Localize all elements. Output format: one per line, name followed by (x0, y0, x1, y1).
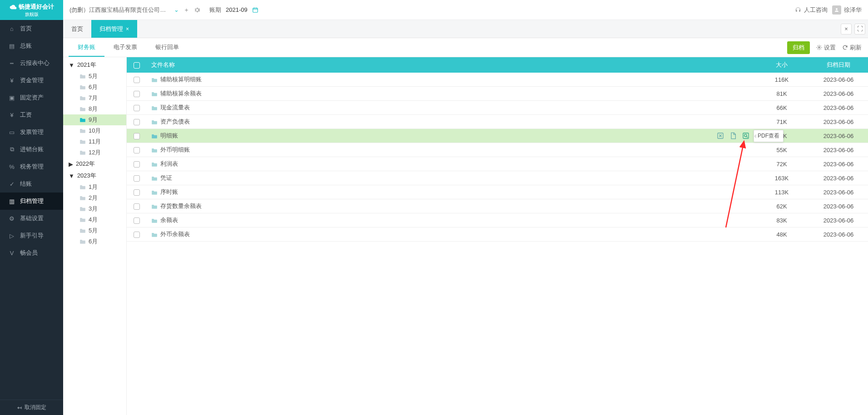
sidebar-unpin[interactable]: ↤ 取消固定 (0, 400, 63, 415)
select-all-checkbox[interactable] (134, 62, 140, 69)
tree-month[interactable]: 9月 (63, 114, 126, 125)
close-icon[interactable]: × (126, 26, 129, 32)
tree-month[interactable]: 3月 (63, 203, 126, 214)
file-date: 2023-06-06 (809, 129, 868, 143)
nav-item-7[interactable]: ⧉进销台账 (0, 141, 63, 158)
fullscreen-button[interactable]: ⛶ (854, 24, 865, 35)
refresh-link[interactable]: 刷新 (842, 44, 862, 52)
tree-month[interactable]: 6月 (63, 236, 126, 247)
nav-item-12[interactable]: ▷新手引导 (0, 227, 63, 244)
nav-item-10[interactable]: ▥归档管理 (0, 193, 63, 210)
close-all-button[interactable]: × (841, 24, 852, 35)
file-name: 余额表 (160, 217, 178, 223)
subtab-bank[interactable]: 银行回单 (146, 38, 188, 57)
table-row[interactable]: 辅助核算余额表81K2023-06-06 (127, 87, 868, 101)
nav-item-2[interactable]: ┅云报表中心 (0, 54, 63, 72)
table-row[interactable]: 资产负债表71K2023-06-06 (127, 115, 868, 129)
settings-link[interactable]: 设置 (816, 44, 836, 52)
nav-item-8[interactable]: %税务管理 (0, 158, 63, 175)
table-row[interactable]: 存货数量余额表62K2023-06-06 (127, 199, 868, 213)
user-menu[interactable]: 徐泽华 (832, 5, 862, 15)
subtab-finance[interactable]: 财务账 (69, 38, 104, 57)
tree-month-label: 4月 (89, 216, 98, 224)
tree-month[interactable]: 6月 (63, 82, 126, 93)
tree-year[interactable]: ▶2022年 (63, 158, 126, 170)
avatar-icon (832, 5, 841, 15)
pdf-view-icon[interactable] (742, 132, 750, 140)
nav-item-4[interactable]: ▣固定资产 (0, 89, 63, 106)
company-selector[interactable]: (勿删）江西服宝精品有限责任公司（... (69, 6, 169, 14)
table-row[interactable]: 利润表72K2023-06-06 (127, 157, 868, 171)
tree-month[interactable]: 8月 (63, 104, 126, 114)
chevron-down-icon[interactable]: ⌄ (174, 6, 179, 13)
nav-item-11[interactable]: ⚙基础设置 (0, 210, 63, 227)
row-checkbox[interactable] (134, 175, 140, 182)
folder-icon (151, 231, 158, 237)
svg-point-1 (818, 47, 820, 48)
pdf-download-icon[interactable] (729, 132, 737, 140)
nav-item-6[interactable]: ▭发票管理 (0, 124, 63, 141)
period-value[interactable]: 2021-09 (226, 6, 248, 13)
tree-month[interactable]: 1月 (63, 182, 126, 193)
tab-archive[interactable]: 归档管理 × (91, 20, 137, 38)
row-checkbox[interactable] (134, 161, 140, 168)
folder-icon (79, 139, 86, 144)
row-checkbox[interactable] (134, 77, 140, 83)
table-row[interactable]: 辅助核算明细账116K2023-06-06 (127, 73, 868, 87)
nav-item-1[interactable]: ▤总账 (0, 37, 63, 54)
row-checkbox[interactable] (134, 119, 140, 125)
archive-button-label: 归档 (793, 44, 804, 51)
nav-label: 首页 (20, 25, 32, 33)
row-checkbox[interactable] (134, 105, 140, 111)
tree-month[interactable]: 5月 (63, 225, 126, 236)
table-row[interactable]: 序时账113K2023-06-06 (127, 185, 868, 199)
calendar-icon[interactable] (252, 7, 258, 13)
folder-icon (151, 118, 158, 125)
tree-month-label: 10月 (89, 127, 101, 135)
table-row[interactable]: 外币余额表48K2023-06-06 (127, 227, 868, 242)
table-row[interactable]: 外币明细账55K2023-06-06 (127, 143, 868, 157)
archive-button[interactable]: 归档 (787, 41, 810, 54)
tree-month-label: 5月 (89, 72, 98, 80)
file-size: 62K (754, 199, 809, 213)
nav-icon: ▷ (8, 232, 15, 239)
nav-item-5[interactable]: ¥工资 (0, 106, 63, 124)
tree-month[interactable]: 12月 (63, 147, 126, 158)
support-link[interactable]: 人工咨询 (795, 6, 828, 14)
tree-year[interactable]: ▼2023年 (63, 170, 126, 182)
tab-home[interactable]: 首页 (63, 20, 91, 38)
row-checkbox[interactable] (134, 217, 140, 224)
nav-item-9[interactable]: ✓结账 (0, 175, 63, 193)
row-checkbox[interactable] (134, 189, 140, 196)
file-size: 113K (754, 185, 809, 199)
tree-month[interactable]: 5月 (63, 71, 126, 82)
tree-month[interactable]: 10月 (63, 125, 126, 136)
row-checkbox[interactable] (134, 203, 140, 210)
tree-year[interactable]: ▼2021年 (63, 59, 126, 71)
tree-month[interactable]: 11月 (63, 136, 126, 147)
excel-view-icon[interactable] (716, 132, 724, 140)
subtab-bank-label: 银行回单 (155, 43, 179, 51)
row-checkbox[interactable] (134, 232, 140, 238)
tree-month[interactable]: 2月 (63, 193, 126, 203)
row-checkbox[interactable] (134, 91, 140, 97)
folder-icon (151, 76, 158, 83)
tree-month[interactable]: 7月 (63, 93, 126, 104)
row-checkbox[interactable] (134, 133, 140, 139)
nav-item-3[interactable]: ¥资金管理 (0, 72, 63, 89)
nav-label: 新手引导 (20, 232, 44, 240)
file-date: 2023-06-06 (809, 199, 868, 213)
gear-icon[interactable] (194, 7, 200, 13)
row-checkbox[interactable] (134, 147, 140, 153)
folder-icon (79, 128, 86, 133)
table-row[interactable]: 余额表83K2023-06-06 (127, 213, 868, 227)
add-icon[interactable]: ＋ (184, 6, 189, 14)
subtab-einvoice[interactable]: 电子发票 (104, 38, 146, 57)
tree-month[interactable]: 4月 (63, 214, 126, 225)
nav-icon: ⚙ (8, 215, 15, 222)
table-row[interactable]: 凭证163K2023-06-06 (127, 171, 868, 185)
table-row[interactable]: 现金流量表66K2023-06-06 (127, 101, 868, 115)
nav-item-0[interactable]: ⌂首页 (0, 20, 63, 37)
file-name: 现金流量表 (160, 104, 190, 111)
nav-item-13[interactable]: V畅会员 (0, 244, 63, 262)
